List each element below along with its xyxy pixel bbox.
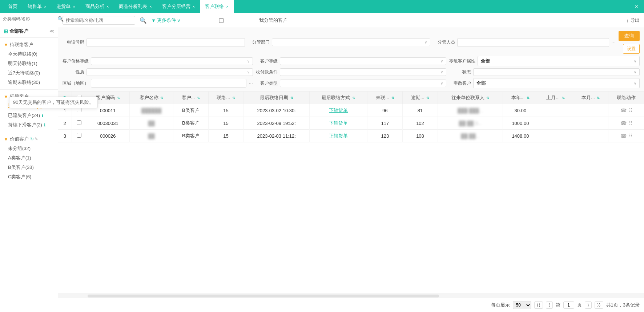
nav-customer-contact[interactable]: 客户联络 × [200, 0, 233, 13]
sidebar-item-class-a[interactable]: A类客户(1) [0, 153, 58, 163]
sidebar-item-ungrouped[interactable]: 未分组(32) [0, 144, 58, 153]
close-customer-tier-tab[interactable]: × [193, 4, 195, 9]
nav-product-analysis[interactable]: 商品分析 × [80, 0, 114, 13]
row2-contact-icon[interactable]: ☎ [620, 120, 627, 126]
close-sales-tab[interactable]: × [44, 4, 46, 9]
row3-code: 000026 [86, 130, 130, 142]
sidebar-item-class-c[interactable]: C类客户(6) [0, 172, 58, 182]
row3-more-icon[interactable]: ⠿ [629, 133, 632, 139]
close-product-list-tab[interactable]: × [149, 4, 152, 9]
my-customers-checkbox[interactable] [185, 18, 258, 23]
last-page-button[interactable]: ⟩⟩ [595, 301, 603, 309]
manager-dots[interactable]: ··· [611, 40, 616, 45]
sort-type-icon[interactable]: ⇅ [197, 96, 200, 100]
zero-order-select[interactable]: 全部 ∨ [473, 78, 640, 88]
row1-last-month [538, 104, 573, 117]
row2-no: 2 [58, 117, 72, 130]
sidebar-group-pending-title[interactable]: ▼ 待联络客户 [0, 40, 58, 49]
search-button[interactable]: 🔍 [140, 17, 147, 24]
edit-icon[interactable]: ✎ [35, 137, 38, 142]
sort-this-month-icon[interactable]: ⇅ [597, 96, 600, 100]
sidebar-item-today[interactable]: 今天待联络(0) [0, 49, 58, 59]
th-contacts: 联络... ⇅ [208, 92, 243, 104]
row3-contact-icon[interactable]: ☎ [620, 133, 627, 139]
prev-page-button[interactable]: ⟨ [546, 301, 553, 309]
th-overdue: 逾期... ⇅ [403, 92, 438, 104]
horizontal-scrollbar[interactable] [58, 293, 644, 298]
row2-more-icon[interactable]: ⠿ [629, 120, 632, 126]
region-dots[interactable]: ··· [249, 80, 253, 86]
sort-overdue-icon[interactable]: ⇅ [426, 96, 429, 100]
sidebar-all-customers-header: ⊞ 全部客户 ≪ [0, 25, 58, 38]
row3-checkbox[interactable] [72, 130, 86, 142]
manager-input[interactable] [457, 38, 609, 47]
nav-purchase[interactable]: 进货单 × [51, 0, 80, 13]
region-input[interactable] [91, 79, 246, 88]
more-conditions-button[interactable]: ▼ 更多条件 ∨ [151, 17, 181, 24]
row2-this-month [573, 117, 608, 130]
price-level-select[interactable]: ∨ [91, 57, 253, 65]
sidebar-group-value-title[interactable]: ▼ 价值客户 ↻ ✎ [0, 134, 58, 144]
close-all-button[interactable]: × [632, 3, 641, 10]
sidebar-item-class-b[interactable]: B类客户(33) [0, 163, 58, 172]
customer-level-select[interactable]: ∨ [280, 57, 446, 65]
sort-this-year-icon[interactable]: ⇅ [527, 96, 530, 100]
phone-input[interactable] [86, 38, 245, 47]
collapse-sidebar-icon[interactable]: ≪ [49, 29, 54, 34]
sort-date-icon[interactable]: ⇅ [290, 96, 293, 100]
sort-contact-person-icon[interactable]: ⇅ [486, 96, 489, 100]
customer-type-select[interactable]: ∨ [280, 80, 446, 87]
row2-checkbox[interactable] [72, 117, 86, 130]
row3-select-checkbox[interactable] [77, 133, 81, 138]
search-input[interactable] [63, 16, 135, 25]
export-button[interactable]: ↑ 导出 [627, 17, 640, 24]
scrollbar-track[interactable] [88, 295, 439, 297]
page-input[interactable] [563, 301, 574, 309]
next-page-button[interactable]: ⟩ [585, 301, 592, 309]
sidebar-item-declining[interactable]: 持续下滑客户(2) ℹ [0, 120, 58, 130]
sort-contacts-icon[interactable]: ⇅ [232, 96, 235, 100]
sidebar-item-7days[interactable]: 近7天待联络(0) [0, 68, 58, 78]
query-button[interactable]: 查询 [619, 31, 640, 41]
row1-last-contact-date: 2023-03-02 10:30: [243, 104, 310, 117]
dept-select[interactable]: ∨ [272, 39, 430, 46]
sidebar-item-churned[interactable]: 已流失客户(24) ℹ [0, 111, 58, 120]
nav-customer-tier[interactable]: 客户分层经营 × [157, 0, 200, 13]
table-footer: 每页显示 50 100 200 ⟨⟨ ⟨ 第 页 ⟩ ⟩⟩ 共1页，3条记录 [58, 298, 644, 312]
nav-product-analysis-list[interactable]: 商品分析列表 × [114, 0, 157, 13]
close-purchase-tab[interactable]: × [73, 4, 75, 9]
sort-name-icon[interactable]: ⇅ [160, 96, 163, 100]
row3-type: B类客户 [173, 130, 208, 142]
zero-attr-select[interactable]: 全部 ∨ [478, 56, 640, 66]
sidebar-item-overdue[interactable]: 逾期未联络(30) [0, 78, 58, 87]
sort-method-icon[interactable]: ⇅ [352, 96, 355, 100]
sort-code-icon[interactable]: ⇅ [117, 96, 120, 100]
sidebar-item-tomorrow[interactable]: 明天待联络(1) [0, 59, 58, 68]
status-select[interactable]: ∨ [473, 68, 640, 76]
sidebar-search-input[interactable] [3, 16, 57, 21]
settings-button[interactable]: 设置 [623, 44, 640, 54]
row2-last-contact-method[interactable]: 下销货单 [310, 117, 367, 130]
row1-last-contact-method[interactable]: 下销货单 [310, 104, 367, 117]
per-page-select[interactable]: 50 100 200 [513, 301, 531, 309]
nav-home[interactable]: 首页 [3, 0, 23, 13]
refresh-icon[interactable]: ↻ [30, 137, 34, 142]
filter-customer-type: 客户类型 ∨ [256, 80, 446, 87]
sort-last-month-icon[interactable]: ⇅ [562, 96, 565, 100]
close-customer-contact-tab[interactable]: × [226, 4, 228, 9]
row1-contact-icon[interactable]: ☎ [620, 108, 627, 113]
filter-bar: 🔍 ▼ 更多条件 ∨ 我分管的客户 ↑ 导出 [58, 13, 644, 28]
row2-select-checkbox[interactable] [77, 120, 81, 125]
nav-sales[interactable]: 销售单 × [23, 0, 51, 13]
sort-unlink-icon[interactable]: ⇅ [391, 96, 394, 100]
row1-more-icon[interactable]: ⠿ [629, 108, 632, 113]
row1-unlink-days: 96 [367, 104, 403, 117]
close-product-analysis-tab[interactable]: × [106, 4, 109, 9]
th-name: 客户名称 ⇅ [130, 92, 173, 104]
payment-select[interactable]: ∨ [280, 68, 446, 76]
gender-select[interactable]: ∨ [86, 68, 253, 76]
first-page-button[interactable]: ⟨⟨ [534, 301, 543, 309]
my-customers-checkbox-label[interactable]: 我分管的客户 [185, 17, 287, 24]
row2-this-year: 1000.00 [503, 117, 538, 130]
row3-last-contact-method[interactable]: 下销货单 [310, 130, 367, 142]
